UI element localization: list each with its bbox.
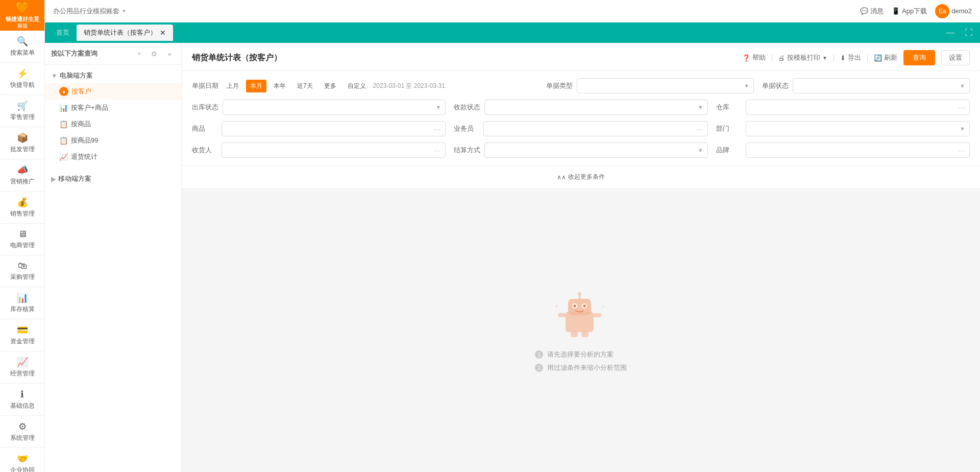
date-more-btn[interactable]: 更多 [320,80,340,92]
tab-home[interactable]: 首页 [49,25,77,41]
export-label: 导出 [848,53,861,62]
sidebar-item-marketing[interactable]: 📣 营销推广 [0,159,44,192]
collapse-up-icon: ∧∧ [557,174,566,181]
industry-selector[interactable]: 办公用品行业模拟账套 ▼ [53,7,127,16]
collapse-panel-btn[interactable]: « [164,48,175,59]
empty-svg: ✦ ✦ [550,289,611,340]
sidebar-item-label: 快捷导航 [10,81,35,89]
user-menu[interactable]: Ea demo2 [935,4,972,18]
export-btn[interactable]: ⬇ 导出 [840,53,861,62]
filter-group-salesperson: 业务员 ··· [454,121,707,136]
app-logo: 🧡 畅捷通好生意 标版 [0,0,44,31]
empty-tips: 1 请先选择要分析的方案 2 用过滤条件来缩小分析范围 [535,350,627,372]
tip-text-1: 请先选择要分析的方案 [547,350,614,359]
sidebar-item-management[interactable]: 📈 经营管理 [0,351,44,384]
tree-child-return-stats[interactable]: 📈 退货统计 [45,149,181,165]
tree-child-label: 退货统计 [71,152,97,161]
tree-child-customer-goods[interactable]: 📊 按客户+商品 [45,100,181,116]
out-status-select[interactable]: ▼ [223,100,446,115]
bar-icon: 📈 [59,153,68,161]
settings-scheme-btn[interactable]: ⚙ [149,48,160,59]
tab-close-icon[interactable]: ✕ [160,29,166,36]
tab-sales-stats[interactable]: 销货单统计表（按客户） ✕ [77,25,173,41]
warehouse-input[interactable]: ··· [746,100,970,115]
goods-input[interactable]: ··· [222,121,446,136]
sidebar-item-retail[interactable]: 🛒 零售管理 [0,95,44,127]
tree-parent-mobile[interactable]: ▶ 移动端方案 [45,171,181,186]
sidebar-item-finance[interactable]: 💳 资金管理 [0,319,44,351]
chevron-down-icon: ▼ [960,83,965,89]
department-label: 部门 [716,124,742,133]
sidebar-item-wholesale[interactable]: 📦 批发管理 [0,127,44,159]
date-last-month-btn[interactable]: 上月 [223,80,243,92]
collapse-btn[interactable]: ∧∧ 收起更多条件 [549,171,613,183]
brand-label: 品牌 [716,146,742,155]
filter-group-order-type: 单据类型 ▼ [546,78,754,93]
query-button[interactable]: 查询 [903,50,935,65]
sidebar-item-search[interactable]: 🔍 搜索菜单 [0,31,44,63]
add-scheme-btn[interactable]: ＋ [133,48,144,59]
salesperson-input[interactable]: ··· [483,121,707,136]
consignee-input[interactable]: ··· [222,143,446,158]
sidebar-item-label: 销售管理 [10,209,35,218]
sidebar-item-sales[interactable]: 💰 销售管理 [0,192,44,224]
date-range-text: 2023-03-01 至 2023-03-31 [373,82,445,90]
sidebar-item-system[interactable]: ⚙ 系统管理 [0,416,44,448]
content-area: 按以下方案查询 ＋ ⚙ « ▼ 电脑端方案 ● 按客户 📊 按客户+商品 [45,43,980,472]
tree-expand-icon: ▶ [51,175,56,183]
salesperson-label: 业务员 [454,124,479,133]
help-btn[interactable]: ❓ 帮助 [742,53,766,62]
order-type-select[interactable]: ▼ [577,78,754,93]
template-print-btn[interactable]: 🖨 按模板打印 ▼ [778,53,827,62]
receipt-status-select[interactable]: ▼ [484,100,707,115]
settings-button[interactable]: 设置 [941,50,970,65]
sidebar-item-inventory[interactable]: 📊 库存核算 [0,287,44,319]
tab-home-label: 首页 [56,28,69,37]
list-icon: 📋 [59,120,68,128]
tab-minimize-btn[interactable]: — [943,26,958,40]
dots-icon: ··· [434,147,441,154]
tree-child-goods99[interactable]: 📋 按商品99 [45,132,181,149]
date-7days-btn[interactable]: 近7天 [293,80,317,92]
settlement-select[interactable]: ▼ [484,143,707,158]
date-custom-btn[interactable]: 自定义 [344,80,370,92]
sidebar-item-collab[interactable]: 🤝 企业协同 [0,448,44,472]
svg-rect-8 [558,313,566,317]
divider3 [867,54,868,61]
sidebar-item-label: 批发管理 [10,145,35,154]
sidebar-item-purchase[interactable]: 🛍 采购管理 [0,255,44,287]
tree-child-by-goods[interactable]: 📋 按商品 [45,116,181,132]
date-this-month-btn[interactable]: 本月 [246,80,266,92]
order-status-select[interactable]: ▼ [793,78,970,93]
tree-section-pc: ▼ 电脑端方案 ● 按客户 📊 按客户+商品 📋 按商品 📋 按商品9 [45,65,181,168]
chevron-down-icon: ▼ [744,83,749,89]
svg-point-4 [574,305,576,308]
chart-icon: 📊 [59,104,68,112]
sidebar-item-basic[interactable]: ℹ 基础信息 [0,384,44,416]
order-type-label: 单据类型 [546,81,573,90]
tree-child-by-customer[interactable]: ● 按客户 [45,83,181,100]
message-btn[interactable]: 💬 消息 [860,7,884,16]
sidebar-item-ecommerce[interactable]: 🖥 电商管理 [0,224,44,255]
filter-row-2: 出库状态 ▼ 收款状态 ▼ 仓库 [192,100,970,115]
retail-icon: 🛒 [17,100,28,111]
sidebar-item-quicknav[interactable]: ⚡ 快捷导航 [0,63,44,95]
empty-tip-1: 1 请先选择要分析的方案 [535,350,627,359]
filter-group-receipt-status: 收款状态 ▼ [454,100,707,115]
consignee-label: 收货人 [192,146,217,155]
svg-rect-9 [593,313,601,317]
chevron-down-icon: ▼ [698,104,703,110]
filter-group-date: 单据日期 上月 本月 本年 近7天 更多 自定义 2023-03-01 至 20… [192,80,538,92]
brand-input[interactable]: ··· [746,143,970,158]
tree-parent-pc[interactable]: ▼ 电脑端方案 [45,68,181,83]
left-panel: 按以下方案查询 ＋ ⚙ « ▼ 电脑端方案 ● 按客户 📊 按客户+商品 [45,43,182,472]
app-download-btn[interactable]: 📱 App下载 [892,7,927,16]
tab-maximize-btn[interactable]: ⛶ [962,26,976,40]
department-select[interactable]: ▼ [746,121,970,136]
refresh-btn[interactable]: 🔄 刷新 [874,53,897,62]
chevron-down-icon: ▼ [822,55,827,61]
date-this-year-btn[interactable]: 本年 [270,80,290,92]
active-indicator: ● [59,87,68,96]
left-panel-header: 按以下方案查询 ＋ ⚙ « [45,43,181,65]
template-print-label: 按模板打印 [787,53,820,62]
